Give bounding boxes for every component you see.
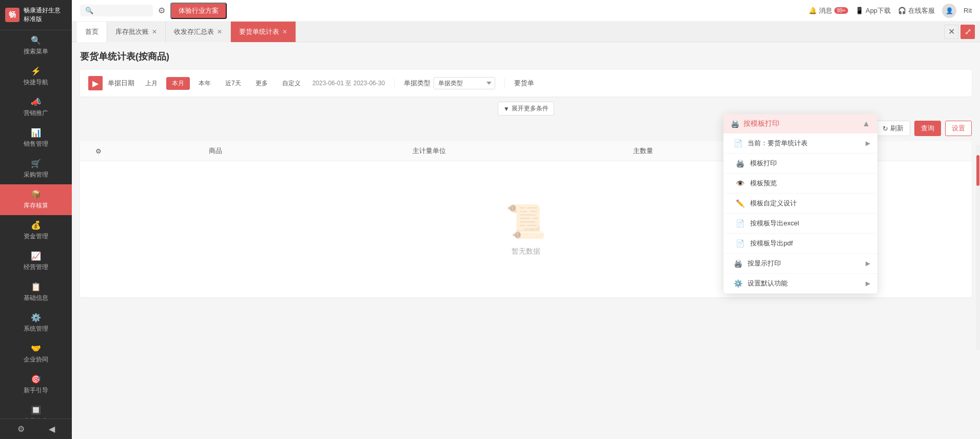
purchase-icon: 🛒 (31, 159, 41, 168)
topbar-gear-icon[interactable]: ⚙ (158, 6, 165, 15)
set-default-group: ⚙️ 设置默认功能 (734, 279, 788, 288)
date-last7[interactable]: 近7天 (220, 77, 247, 90)
topbar-search-box[interactable]: 🔍 (80, 5, 153, 16)
sidebar: 畅 畅康通好生意 标准版 🔍 搜索菜单 ⚡ 快捷导航 📣 营销推广 📊 销售管理… (0, 0, 72, 439)
tab-close-order[interactable]: ✕ (282, 28, 287, 35)
col-qty: 主数量 (536, 146, 750, 156)
filter-doc-type: 单据类型 单据类型 (404, 77, 495, 89)
doc-type-select[interactable]: 单据类型 (434, 77, 495, 89)
dropdown-current-item[interactable]: 📄 当前：要货单统计表 ▶ (723, 133, 877, 154)
expand-icon: ▼ (503, 105, 509, 112)
scroll-track (976, 145, 980, 350)
dropdown-template-print[interactable]: 🖨️ 模板打印 (723, 154, 877, 174)
tab-close-batch[interactable]: ✕ (152, 28, 157, 35)
refresh-btn[interactable]: ↻ 刷新 (876, 121, 910, 136)
page-title: 要货单统计表(按商品) (80, 50, 972, 63)
sidebar-item-sales[interactable]: 📊 销售管理 (0, 123, 72, 154)
filter-bar: ▶ 单据日期 上月 本月 本年 近7天 更多 自定义 2023-06-01 至 … (80, 70, 972, 97)
close-all-tabs-btn[interactable]: ✕ (944, 25, 958, 39)
export-pdf-icon: 📄 (736, 239, 745, 247)
date-more[interactable]: 更多 (250, 77, 273, 90)
dropdown-set-default[interactable]: ⚙️ 设置默认功能 ▶ (723, 274, 877, 294)
sidebar-item-operations[interactable]: 📈 经营管理 (0, 246, 72, 277)
tab-order-stats[interactable]: 要货单统计表 ✕ (231, 22, 296, 42)
sidebar-item-quick-nav[interactable]: ⚡ 快捷导航 (0, 61, 72, 92)
query-btn[interactable]: 查询 (914, 121, 941, 136)
bell-icon: 🔔 (809, 7, 817, 14)
set-default-icon: ⚙️ (734, 279, 742, 288)
avatar-icon: 👤 (946, 7, 953, 14)
app-logo: 畅 畅康通好生意 标准版 (0, 0, 72, 30)
settings-bottom-btn[interactable]: ⚙ (17, 424, 25, 434)
sidebar-item-marketing[interactable]: 📣 营销推广 (0, 92, 72, 123)
tab-batch-account[interactable]: 库存批次账 ✕ (107, 22, 166, 42)
quick-nav-icon: ⚡ (31, 66, 41, 76)
inventory-icon: 📦 (31, 189, 41, 199)
basics-icon: 📋 (31, 282, 41, 292)
sidebar-item-collab[interactable]: 🤝 企业协同 (0, 338, 72, 369)
user-avatar[interactable]: 👤 (942, 4, 956, 18)
finance-icon: 💰 (31, 220, 41, 230)
dropdown-title: 🖨️ 按模板打印 (731, 119, 779, 128)
tab-receipt-summary[interactable]: 收发存汇总表 ✕ (166, 22, 231, 42)
set-default-chevron: ▶ (866, 280, 870, 287)
topbar-actions: 🔔 消息 99+ 📱 App下载 🎧 在线客服 👤 Rit (809, 4, 972, 18)
page-content: 要货单统计表(按商品) ▶ 单据日期 上月 本月 本年 近7天 更多 自定义 2… (72, 42, 980, 439)
collapse-btn[interactable]: ◀ (49, 424, 55, 434)
sidebar-item-app-center[interactable]: 🔲 应用中心 (0, 400, 72, 418)
scroll-thumb[interactable] (976, 155, 979, 186)
sidebar-item-search-menu[interactable]: 🔍 搜索菜单 (0, 30, 72, 61)
username-label: Rit (964, 7, 972, 14)
col-settings[interactable]: ⚙ (88, 147, 109, 155)
tab-home[interactable]: 首页 (77, 22, 107, 42)
date-range-text: 2023-06-01 至 2023-06-30 (312, 79, 385, 88)
filter-expand-btn[interactable]: ▶ (88, 76, 103, 90)
filter-divider2 (504, 78, 505, 88)
dropdown-collapse-btn[interactable]: ▲ (862, 119, 870, 128)
date-label: 单据日期 (108, 79, 134, 88)
tab-close-receipt[interactable]: ✕ (217, 28, 222, 35)
sidebar-item-guide[interactable]: 🎯 新手引导 (0, 369, 72, 400)
date-this-year[interactable]: 本年 (193, 77, 217, 90)
search-input[interactable] (96, 7, 148, 14)
print-dropdown: 🖨️ 按模板打印 ▲ 📄 当前：要货单统计表 ▶ 🖨️ 模板打印 👁️ 模板预览 (723, 114, 877, 294)
dropdown-export-excel[interactable]: 📄 按模板导出excel (723, 214, 877, 234)
date-this-month[interactable]: 本月 (166, 77, 190, 90)
trial-btn[interactable]: 体验行业方案 (170, 3, 227, 19)
sales-icon: 📊 (31, 128, 41, 138)
expand-tabs-btn[interactable]: ⤢ (961, 25, 975, 39)
current-doc-icon: 📄 (734, 139, 742, 147)
dropdown-template-design[interactable]: ✏️ 模板自定义设计 (723, 194, 877, 214)
empty-text: 暂无数据 (512, 247, 540, 256)
notifications-btn[interactable]: 🔔 消息 99+ (809, 6, 848, 15)
settings-btn[interactable]: 设置 (945, 121, 972, 136)
search-menu-icon: 🔍 (31, 35, 41, 45)
sidebar-item-system[interactable]: ⚙️ 系统管理 (0, 308, 72, 338)
guide-icon: 🎯 (31, 374, 41, 384)
dropdown-template-preview[interactable]: 👁️ 模板预览 (723, 174, 877, 194)
operations-icon: 📈 (31, 251, 41, 261)
sidebar-item-inventory[interactable]: 📦 库存核算 (0, 184, 72, 215)
filter-divider (394, 78, 395, 88)
expand-more-btn[interactable]: ▼ 展开更多条件 (498, 102, 554, 116)
sidebar-item-basics[interactable]: 📋 基础信息 (0, 277, 72, 308)
app-download-btn[interactable]: 📱 App下载 (855, 6, 891, 15)
col-product: 商品 (109, 146, 323, 156)
sidebar-item-purchase[interactable]: 🛒 采购管理 (0, 154, 72, 184)
export-excel-icon: 📄 (736, 219, 745, 227)
date-custom[interactable]: 自定义 (277, 77, 306, 90)
filter-dates: 上月 本月 本年 近7天 更多 自定义 2023-06-01 至 2023-06… (140, 77, 385, 90)
sidebar-item-finance[interactable]: 💰 资金管理 (0, 215, 72, 246)
logo-text: 畅康通好生意 标准版 (24, 6, 61, 24)
date-prev-month[interactable]: 上月 (140, 77, 163, 90)
online-service-btn[interactable]: 🎧 在线客服 (898, 6, 935, 15)
display-print-icon: 🖨️ (734, 259, 742, 268)
doc-type-label: 单据类型 (404, 79, 430, 88)
dropdown-export-pdf[interactable]: 📄 按模板导出pdf (723, 234, 877, 254)
topbar: 🔍 ⚙ 体验行业方案 🔔 消息 99+ 📱 App下载 🎧 在线客服 👤 Rit (72, 0, 980, 22)
main-area: 🔍 ⚙ 体验行业方案 🔔 消息 99+ 📱 App下载 🎧 在线客服 👤 Rit (72, 0, 980, 439)
dropdown-display-print[interactable]: 🖨️ 按显示打印 ▶ (723, 254, 877, 274)
collab-icon: 🤝 (31, 343, 41, 353)
download-icon: 📱 (855, 7, 864, 14)
sidebar-scroll: 🔍 搜索菜单 ⚡ 快捷导航 📣 营销推广 📊 销售管理 🛒 采购管理 📦 库存核… (0, 30, 72, 418)
